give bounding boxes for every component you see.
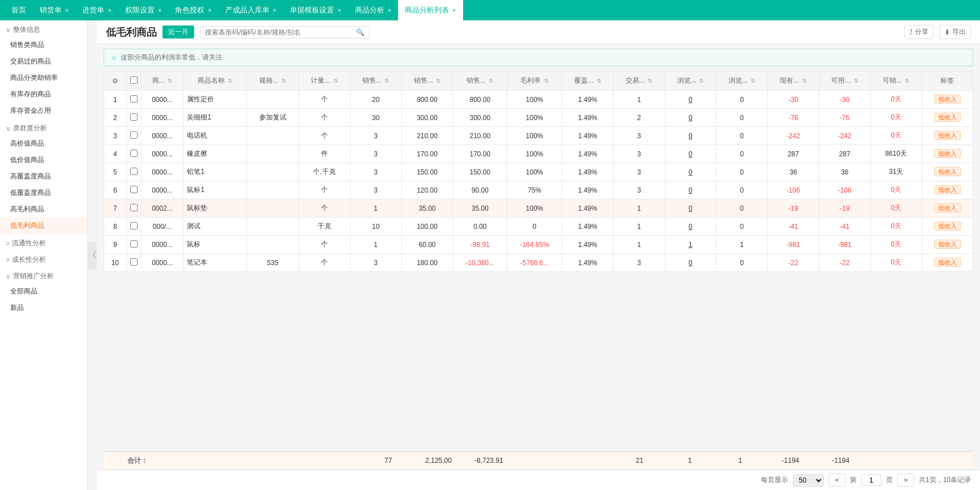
page-size-select[interactable]: 50 100 200	[793, 474, 824, 487]
col-settings[interactable]: ⚙	[104, 71, 127, 91]
nav-template[interactable]: 单据模板设置 ×	[283, 0, 348, 20]
cell-view1[interactable]: 0	[665, 127, 716, 145]
cell-name[interactable]: 鼠标垫	[183, 199, 247, 218]
sidebar-item-high-margin[interactable]: 高毛利商品	[0, 201, 87, 218]
col-sales-profit[interactable]: 销售... ⇅	[453, 71, 507, 91]
cell-sales-profit: 0.00	[453, 218, 507, 236]
row-checkbox[interactable]	[130, 204, 138, 211]
date-filter-button[interactable]: 近一月	[162, 25, 194, 39]
col-coverage[interactable]: 覆盖... ⇅	[562, 71, 614, 91]
nav-home[interactable]: 首页	[5, 0, 33, 20]
col-code[interactable]: 商... ⇅	[141, 71, 183, 91]
cell-name[interactable]: 吴细细1	[183, 109, 247, 127]
nav-product-in[interactable]: 产成品入库单 ×	[219, 0, 283, 20]
col-saleable[interactable]: 可销... ⇅	[870, 71, 922, 91]
cell-name[interactable]: 属性定价	[183, 91, 247, 109]
cell-name[interactable]: 笔记本	[183, 254, 247, 272]
col-view2[interactable]: 浏览... ⇅	[716, 71, 768, 91]
cell-name[interactable]: 电话机	[183, 127, 247, 145]
sidebar-item-sales-products[interactable]: 销售类商品	[0, 37, 87, 53]
nav-product-in-close[interactable]: ×	[273, 7, 276, 14]
cell-view1[interactable]: 1	[665, 236, 716, 254]
cell-sales-amount: 35.00	[401, 199, 453, 218]
nav-product-analysis-list[interactable]: 商品分析列表 ×	[398, 0, 463, 20]
next-page-button[interactable]: ＞	[897, 474, 914, 487]
col-name[interactable]: 商品名称 ⇅	[183, 71, 247, 91]
cell-sales-qty: 3	[350, 163, 401, 181]
row-checkbox[interactable]	[130, 186, 138, 193]
cell-code: 0000...	[141, 127, 183, 145]
cell-view1[interactable]: 0	[665, 109, 716, 127]
row-checkbox[interactable]	[130, 258, 138, 266]
sidebar-item-high-value[interactable]: 高价值商品	[0, 135, 87, 152]
sidebar-group-growth[interactable]: > 成长性分析	[0, 250, 87, 267]
sidebar-item-high-coverage[interactable]: 高覆盖度商品	[0, 168, 87, 185]
cell-name[interactable]: 铅笔1	[183, 163, 247, 181]
sidebar-item-traded-products[interactable]: 交易过的商品	[0, 53, 87, 70]
sidebar-item-capital[interactable]: 库存资金占用	[0, 103, 87, 119]
nav-purchase[interactable]: 进货单 ×	[75, 0, 118, 20]
cell-view1[interactable]: 0	[665, 181, 716, 199]
row-checkbox[interactable]	[130, 95, 138, 103]
nav-permission-close[interactable]: ×	[158, 7, 161, 14]
col-gross-margin[interactable]: 毛利率 ⇅	[507, 71, 562, 91]
col-view1[interactable]: 浏览... ⇅	[665, 71, 716, 91]
nav-product-analysis[interactable]: 商品分析 ×	[348, 0, 398, 20]
search-input[interactable]	[205, 28, 354, 36]
sidebar-item-in-stock[interactable]: 有库存的商品	[0, 86, 87, 103]
cell-view1[interactable]: 0	[665, 199, 716, 218]
cell-view1[interactable]: 0	[665, 254, 716, 272]
row-checkbox[interactable]	[130, 240, 138, 248]
col-available[interactable]: 可用... ⇅	[819, 71, 871, 91]
cell-name[interactable]: 测试	[183, 218, 247, 236]
row-checkbox[interactable]	[130, 113, 138, 121]
sidebar-collapse-button[interactable]: 《	[88, 241, 97, 270]
nav-sales-close[interactable]: ×	[65, 7, 69, 14]
col-tag[interactable]: 标签	[922, 71, 973, 91]
nav-template-close[interactable]: ×	[337, 7, 341, 14]
current-page-input[interactable]	[861, 474, 881, 486]
sidebar-group-flow[interactable]: > 流通性分析	[0, 234, 87, 250]
sidebar-item-category-rate[interactable]: 商品分类助销率	[0, 70, 87, 86]
col-spec[interactable]: 规格... ⇅	[247, 71, 299, 91]
sidebar-item-low-margin[interactable]: 低毛利商品	[0, 218, 87, 234]
nav-role-close[interactable]: ×	[208, 7, 211, 14]
sidebar-group-overview[interactable]: ∨ 整体信息	[0, 20, 87, 37]
table-row: 1 0000... 属性定价 个 20 800.00 800.00 100% 1…	[104, 91, 973, 109]
export-button[interactable]: ⬇ 导出	[939, 25, 971, 39]
share-button[interactable]: ⤴ 分享	[904, 25, 934, 39]
cell-unit: 千克	[299, 218, 350, 236]
nav-sales[interactable]: 销货单 ×	[33, 0, 75, 20]
select-all-checkbox[interactable]	[130, 76, 138, 84]
row-checkbox[interactable]	[130, 131, 138, 139]
nav-purchase-close[interactable]: ×	[108, 7, 111, 14]
sidebar-item-new-products[interactable]: 新品	[0, 300, 87, 316]
cell-name[interactable]: 橡皮擦	[183, 145, 247, 163]
cell-name[interactable]: 鼠标1	[183, 181, 247, 199]
cell-view1[interactable]: 0	[665, 145, 716, 163]
prev-page-button[interactable]: ＜	[828, 474, 845, 487]
cell-view1[interactable]: 0	[665, 163, 716, 181]
col-sales-amount[interactable]: 销售... ⇅	[401, 71, 453, 91]
row-checkbox[interactable]	[130, 222, 138, 229]
col-transaction[interactable]: 交易... ⇅	[613, 71, 665, 91]
search-icon[interactable]: 🔍	[356, 28, 365, 36]
cell-name[interactable]: 鼠标	[183, 236, 247, 254]
cell-sales-qty: 30	[350, 109, 401, 127]
row-checkbox[interactable]	[130, 150, 138, 157]
col-sales-qty[interactable]: 销售... ⇅	[350, 71, 401, 91]
cell-view1[interactable]: 0	[665, 91, 716, 109]
sidebar-item-all-products[interactable]: 全部商品	[0, 283, 87, 300]
nav-permission[interactable]: 权限设置 ×	[118, 0, 168, 20]
cell-view1[interactable]: 0	[665, 218, 716, 236]
nav-analysis-list-close[interactable]: ×	[452, 7, 456, 14]
sidebar-group-cluster[interactable]: ∨ 类群度分析	[0, 119, 87, 135]
nav-role[interactable]: 角色授权 ×	[168, 0, 218, 20]
col-unit[interactable]: 计量... ⇅	[299, 71, 350, 91]
sidebar-group-marketing[interactable]: ∨ 营销推广分析	[0, 267, 87, 283]
nav-analysis-close[interactable]: ×	[388, 7, 391, 14]
col-current-stock[interactable]: 现有... ⇅	[768, 71, 819, 91]
sidebar-item-low-value[interactable]: 低价值商品	[0, 152, 87, 168]
sidebar-item-low-coverage[interactable]: 低覆盖度商品	[0, 185, 87, 201]
row-checkbox[interactable]	[130, 168, 138, 175]
